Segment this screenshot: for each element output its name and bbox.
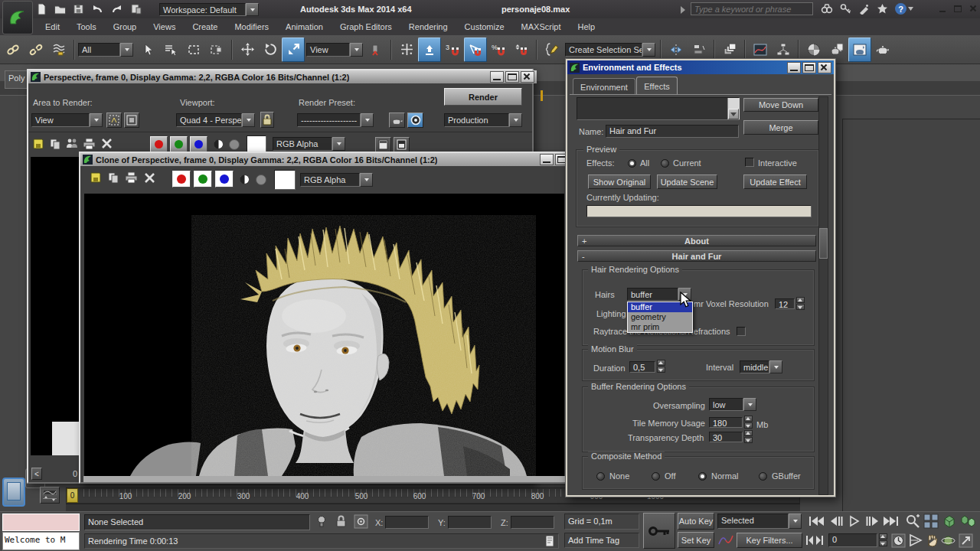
dialog-maximize-button[interactable] [802, 62, 816, 73]
rfw2-delete-image-button[interactable] [144, 172, 155, 184]
rfw2-alpha-channel-button[interactable] [256, 174, 266, 185]
rfw1-channel-arrow-icon[interactable] [332, 137, 345, 151]
menu-animation[interactable]: Animation [277, 20, 332, 34]
y-coordinate-field[interactable] [448, 516, 492, 529]
viewport-layout-tabs[interactable] [2, 478, 25, 507]
menu-group[interactable]: Group [105, 20, 145, 34]
duration-spinner-up-icon[interactable] [657, 360, 665, 366]
composite-none-radio[interactable] [596, 472, 605, 481]
rfw1-render-button[interactable]: Render [444, 88, 522, 106]
menu-views[interactable]: Views [145, 20, 184, 34]
rfw1-channel-dropdown[interactable]: RGB Alpha [273, 137, 345, 151]
open-file-button[interactable] [54, 3, 67, 15]
depth-spinner-up-icon[interactable] [744, 430, 753, 436]
rfw1-preset-arrow-icon[interactable] [361, 113, 374, 127]
reference-coordinate-dropdown[interactable]: View [306, 43, 363, 57]
absolute-offset-mode-button[interactable] [354, 514, 368, 529]
spinner-snap-toggle-button[interactable] [510, 37, 533, 62]
voxel-resolution-field[interactable]: 12 [775, 298, 795, 309]
editable-poly-fragment[interactable]: Poly [5, 70, 28, 89]
help-button[interactable]: ? [895, 3, 913, 15]
rfw1-blue-channel-button[interactable] [190, 136, 207, 152]
project-manage-button[interactable] [130, 3, 142, 15]
percent-snap-toggle-button[interactable]: % [487, 37, 510, 62]
rfw1-auto-region-button[interactable] [124, 112, 139, 128]
snaps-cross-button[interactable] [395, 37, 418, 62]
save-file-button[interactable] [73, 3, 84, 15]
voxel-spinner[interactable] [796, 297, 805, 310]
snap-3-magnet-button[interactable]: 3 [441, 37, 464, 62]
dialog-scrollbar-thumb[interactable] [819, 228, 828, 259]
add-time-tag-notes-button[interactable] [544, 535, 555, 547]
dialog-title-bar[interactable]: Environment and Effects [567, 60, 834, 74]
macro-recorder-field[interactable] [2, 514, 80, 531]
key-mode-arrow-icon[interactable] [789, 514, 802, 529]
favorites-button[interactable] [877, 3, 888, 15]
effect-name-field[interactable]: Hair and Fur [606, 125, 739, 138]
default-in-out-tangent-button[interactable] [718, 533, 733, 548]
rfw1-area-dropdown[interactable]: View [31, 113, 103, 127]
undo-button[interactable] [90, 3, 104, 15]
effects-all-radio[interactable] [628, 159, 636, 168]
tab-environment[interactable]: Environment [573, 78, 635, 95]
hair-and-fur-rollout[interactable]: -Hair and Fur [577, 250, 816, 262]
rfw2-red-channel-button[interactable] [172, 171, 191, 187]
rfw2-bottom-strip[interactable] [83, 476, 565, 482]
rfw1-viewport-dropdown[interactable]: Quad 4 - Perspect [176, 113, 255, 127]
rfw1-mode-arrow-icon[interactable] [509, 113, 522, 127]
effects-current-radio[interactable] [661, 159, 669, 168]
render-production-button[interactable] [871, 37, 894, 62]
interval-dropdown[interactable]: middle [740, 360, 782, 373]
tile-memory-field[interactable]: 180 [709, 417, 743, 428]
workspace-selector[interactable]: Workspace: Default [159, 3, 259, 16]
key-mode-toggle-button[interactable] [805, 534, 824, 546]
rfw2-channel-arrow-icon[interactable] [360, 173, 373, 187]
rfw1-preset-dropdown[interactable]: -------------------- [297, 113, 374, 127]
composite-off-radio[interactable] [652, 472, 660, 481]
unlink-selection-button[interactable] [24, 37, 47, 62]
x-coordinate-field[interactable] [385, 516, 429, 529]
dialog-scrollbar-track[interactable] [818, 96, 828, 495]
transparency-spinner[interactable] [744, 430, 753, 443]
show-original-button[interactable]: Show Original [588, 174, 651, 189]
duration-spinner[interactable] [657, 360, 665, 373]
rfw1-environment-button[interactable] [407, 112, 423, 128]
composite-gbuffer-radio[interactable] [759, 472, 767, 481]
field-of-view-button[interactable] [909, 533, 923, 548]
rfw2-print-button[interactable] [125, 171, 138, 184]
tile-memory-spinner[interactable] [744, 416, 753, 429]
filter-dropdown-arrow-icon[interactable] [120, 43, 133, 57]
set-keys-button[interactable] [643, 513, 675, 549]
update-effect-button[interactable]: Update Effect [743, 174, 807, 189]
rfw1-title-bar[interactable]: Perspective, frame 0, Display Gamma: 2,2… [28, 70, 537, 83]
window-restore-button[interactable] [952, 4, 963, 14]
window-close-button[interactable] [968, 4, 978, 14]
named-selection-set-dropdown[interactable]: Create Selection Set [565, 43, 655, 57]
go-to-end-button[interactable] [883, 514, 900, 528]
rfw2-monochrome-button[interactable] [239, 174, 250, 185]
select-and-link-button[interactable] [2, 37, 24, 62]
tile-spinner-up-icon[interactable] [744, 416, 753, 422]
angle-snap-toggle-button[interactable] [464, 37, 487, 62]
effects-listbox-scrollbar[interactable] [727, 98, 740, 119]
next-frame-button[interactable] [865, 514, 880, 528]
merge-button[interactable]: Merge [743, 120, 818, 135]
track-bar-lower[interactable] [66, 504, 800, 511]
select-by-name-button[interactable] [159, 37, 182, 62]
time-slider[interactable]: 0 [67, 488, 78, 503]
rfw2-copy-image-button[interactable] [107, 171, 119, 184]
rfw1-viewport-lock-button[interactable] [260, 112, 274, 128]
rfw2-save-image-button[interactable] [90, 171, 102, 184]
rfw1-copy-image-button[interactable] [49, 138, 61, 150]
hairs-option-geometry[interactable]: geometry [628, 312, 692, 322]
time-configuration-button[interactable] [891, 533, 906, 548]
use-pivot-point-button[interactable] [364, 37, 387, 62]
selection-set-arrow-icon[interactable] [642, 43, 655, 57]
key-filters-button[interactable]: Key Filters... [737, 533, 802, 548]
open-mini-curve-editor-button[interactable] [40, 487, 60, 504]
subscription-button[interactable] [840, 3, 851, 15]
zoom-mode-button[interactable] [905, 514, 920, 529]
rfw1-edit-region-button[interactable] [106, 112, 122, 128]
duration-field[interactable]: 0,5 [629, 361, 655, 373]
rfw1-hscroll-left-button[interactable]: < [31, 468, 42, 480]
